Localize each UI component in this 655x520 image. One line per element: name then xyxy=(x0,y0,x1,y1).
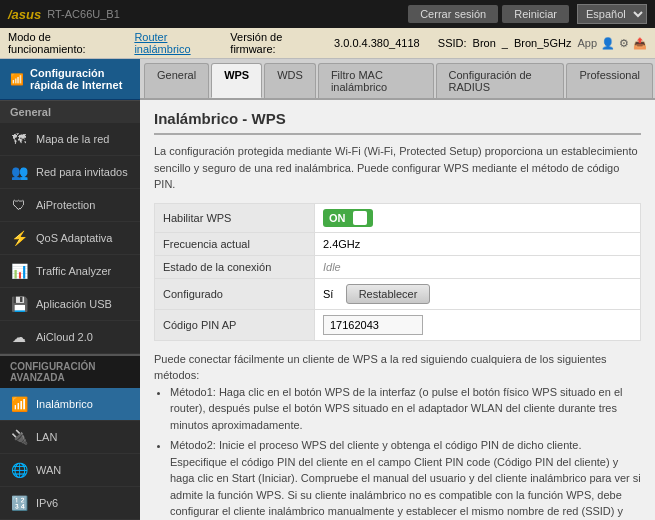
configured-label: Configurado xyxy=(155,278,315,309)
ssid-label: SSID: xyxy=(438,37,467,49)
tab-radius[interactable]: Configuración de RADIUS xyxy=(436,63,565,98)
restore-button[interactable]: Restablecer xyxy=(346,284,431,304)
page-title: Inalámbrico - WPS xyxy=(154,110,641,135)
sidebar-item-network-map[interactable]: 🗺 Mapa de la red xyxy=(0,123,140,156)
page-description: La configuración protegida mediante Wi-F… xyxy=(154,143,641,193)
app-label: App xyxy=(577,37,597,50)
wps-form-table: Habilitar WPS ON Frecuencia actual 2.4GH… xyxy=(154,203,641,341)
sidebar-item-label: Aplicación USB xyxy=(36,298,112,310)
sidebar-item-label: AiProtection xyxy=(36,199,95,211)
sidebar-item-guest-network[interactable]: 👥 Red para invitados xyxy=(0,156,140,189)
sidebar-item-aicloud[interactable]: ☁ AiCloud 2.0 xyxy=(0,321,140,354)
toggle-knob xyxy=(353,211,367,225)
state-idle: Idle xyxy=(323,261,341,273)
table-row-frequency: Frecuencia actual 2.4GHz xyxy=(155,232,641,255)
settings-icon: ⚙ xyxy=(619,37,629,50)
qos-icon: ⚡ xyxy=(10,229,28,247)
sidebar-item-label: Traffic Analyzer xyxy=(36,265,111,277)
mode-bar: Modo de funcionamiento: Router inalámbri… xyxy=(0,28,655,59)
method-1: Método1: Haga clic en el botón WPS de la… xyxy=(170,384,641,434)
content-area: General WPS WDS Filtro MAC inalámbrico C… xyxy=(140,59,655,520)
mode-label: Modo de funcionamiento: xyxy=(8,31,128,55)
enable-wps-label: Habilitar WPS xyxy=(155,203,315,232)
ipv6-icon: 🔢 xyxy=(10,494,28,512)
usb-icon: 💾 xyxy=(10,295,28,313)
top-buttons: Cerrar sesión Reiniciar xyxy=(408,5,569,23)
ssid-5g: Bron_5GHz xyxy=(514,37,571,49)
ssid-2g: Bron xyxy=(473,37,496,49)
sidebar-item-label: Red para invitados xyxy=(36,166,128,178)
state-label: Estado de la conexión xyxy=(155,255,315,278)
info-header: Puede conectar fácilmente un cliente de … xyxy=(154,351,641,384)
sidebar-item-qos[interactable]: ⚡ QoS Adaptativa xyxy=(0,222,140,255)
sidebar-item-label: Mapa de la red xyxy=(36,133,109,145)
tab-general[interactable]: General xyxy=(144,63,209,98)
tab-wps[interactable]: WPS xyxy=(211,63,262,98)
traffic-icon: 📊 xyxy=(10,262,28,280)
table-row-enable-wps: Habilitar WPS ON xyxy=(155,203,641,232)
method-list: Método1: Haga clic en el botón WPS de la… xyxy=(170,384,641,521)
sidebar-general-section: General xyxy=(0,100,140,123)
state-value: Idle xyxy=(315,255,641,278)
logout-button[interactable]: Cerrar sesión xyxy=(408,5,498,23)
page-content: Inalámbrico - WPS La configuración prote… xyxy=(140,100,655,520)
freq-value: 2.4GHz xyxy=(315,232,641,255)
firmware-version: 3.0.0.4.380_4118 xyxy=(334,37,420,49)
firmware-label: Versión de firmware: xyxy=(230,31,328,55)
info-section: Puede conectar fácilmente un cliente de … xyxy=(154,351,641,521)
tabs-bar: General WPS WDS Filtro MAC inalámbrico C… xyxy=(140,59,655,100)
wan-icon: 🌐 xyxy=(10,461,28,479)
sidebar: 📶 Configuración rápida de Internet Gener… xyxy=(0,59,140,520)
upload-icon: 📤 xyxy=(633,37,647,50)
pin-input[interactable] xyxy=(323,315,423,335)
sidebar-item-label: Inalámbrico xyxy=(36,398,93,410)
sidebar-item-aiprotection[interactable]: 🛡 AiProtection xyxy=(0,189,140,222)
aicloud-icon: ☁ xyxy=(10,328,28,346)
sidebar-item-usb[interactable]: 💾 Aplicación USB xyxy=(0,288,140,321)
sidebar-item-label: QoS Adaptativa xyxy=(36,232,112,244)
sidebar-item-lan[interactable]: 🔌 LAN xyxy=(0,421,140,454)
sidebar-item-ipv6[interactable]: 🔢 IPv6 xyxy=(0,487,140,520)
freq-label: Frecuencia actual xyxy=(155,232,315,255)
sidebar-item-label: AiCloud 2.0 xyxy=(36,331,93,343)
enable-wps-cell: ON xyxy=(315,203,641,232)
sidebar-item-label: WAN xyxy=(36,464,61,476)
reboot-button[interactable]: Reiniciar xyxy=(502,5,569,23)
tab-wds[interactable]: WDS xyxy=(264,63,316,98)
ssid-sep: _ xyxy=(502,37,508,49)
table-row-state: Estado de la conexión Idle xyxy=(155,255,641,278)
top-bar: /asus RT-AC66U_B1 Cerrar sesión Reinicia… xyxy=(0,0,655,28)
sidebar-header: 📶 Configuración rápida de Internet xyxy=(0,59,140,100)
toggle-on-label: ON xyxy=(329,212,346,224)
lan-icon: 🔌 xyxy=(10,428,28,446)
wps-toggle[interactable]: ON xyxy=(323,209,373,227)
wifi-icon: 📶 xyxy=(10,69,24,89)
tab-mac-filter[interactable]: Filtro MAC inalámbrico xyxy=(318,63,434,98)
wireless-icon: 📶 xyxy=(10,395,28,413)
asus-logo: /asus xyxy=(8,7,41,22)
network-map-icon: 🗺 xyxy=(10,130,28,148)
tab-professional[interactable]: Professional xyxy=(566,63,653,98)
sidebar-item-traffic[interactable]: 📊 Traffic Analyzer xyxy=(0,255,140,288)
pin-cell xyxy=(315,309,641,340)
language-select[interactable]: Español English xyxy=(577,4,647,24)
sidebar-item-label: IPv6 xyxy=(36,497,58,509)
person-icon: 👤 xyxy=(601,37,615,50)
main-layout: 📶 Configuración rápida de Internet Gener… xyxy=(0,59,655,520)
pin-label: Código PIN AP xyxy=(155,309,315,340)
guest-network-icon: 👥 xyxy=(10,163,28,181)
configured-value: Sí xyxy=(323,288,333,300)
method-2: Método2: Inicie el proceso WPS del clien… xyxy=(170,437,641,520)
sidebar-item-label: LAN xyxy=(36,431,57,443)
sidebar-item-wireless[interactable]: 📶 Inalámbrico xyxy=(0,388,140,421)
table-row-pin: Código PIN AP xyxy=(155,309,641,340)
sidebar-header-label: Configuración rápida de Internet xyxy=(30,67,130,91)
mode-link[interactable]: Router inalámbrico xyxy=(134,31,224,55)
table-row-configured: Configurado Sí Restablecer xyxy=(155,278,641,309)
mode-bar-icons: App 👤 ⚙ 📤 xyxy=(577,37,647,50)
configured-cell: Sí Restablecer xyxy=(315,278,641,309)
sidebar-advanced-section: Configuración avanzada xyxy=(0,354,140,388)
sidebar-item-wan[interactable]: 🌐 WAN xyxy=(0,454,140,487)
router-model: RT-AC66U_B1 xyxy=(47,8,408,20)
aiprotection-icon: 🛡 xyxy=(10,196,28,214)
